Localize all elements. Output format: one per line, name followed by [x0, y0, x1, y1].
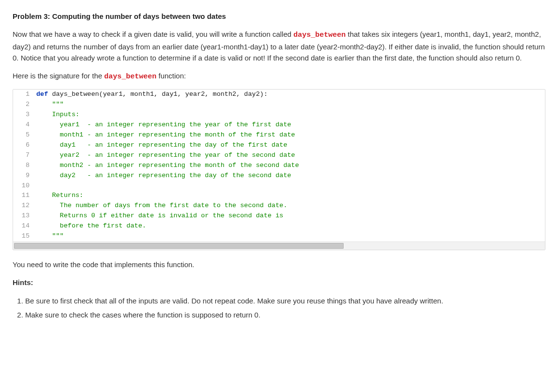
code-content: month2 - an integer representing the mon… [36, 161, 545, 171]
line-number: 15 [13, 231, 36, 241]
code-line: 8 month2 - an integer representing the m… [13, 161, 545, 171]
line-number: 4 [13, 120, 36, 130]
code-block: 1def days_between(year1, month1, day1, y… [13, 89, 545, 250]
sig-intro-b: function: [156, 72, 186, 80]
code-content: Returns 0 if either date is invalid or t… [36, 211, 545, 221]
code-content [36, 181, 545, 191]
code-line: 14 before the first date. [13, 221, 545, 231]
line-number: 3 [13, 110, 36, 120]
code-content: Inputs: [36, 110, 545, 120]
code-line: 2 """ [13, 100, 545, 110]
sig-intro-a: Here is the signature for the [13, 72, 104, 80]
problem-title: Problem 3: Computing the number of days … [13, 11, 545, 22]
line-number: 13 [13, 211, 36, 221]
intro-text-a: Now that we have a way to check if a giv… [13, 30, 293, 38]
code-line: 1def days_between(year1, month1, day1, y… [13, 90, 545, 100]
code-content: year2 - an integer representing the year… [36, 151, 545, 161]
line-number: 2 [13, 100, 36, 110]
code-line: 9 day2 - an integer representing the day… [13, 171, 545, 181]
function-name-inline: days_between [104, 73, 156, 81]
code-content: The number of days from the first date t… [36, 201, 545, 211]
hint-item: Make sure to check the cases where the f… [25, 309, 545, 320]
code-line: 15 """ [13, 231, 545, 241]
line-number: 1 [13, 90, 36, 100]
code-line: 5 month1 - an integer representing the m… [13, 130, 545, 140]
code-line: 10 [13, 181, 545, 191]
line-number: 5 [13, 130, 36, 140]
code-line: 3 Inputs: [13, 110, 545, 120]
scrollbar-thumb[interactable] [14, 243, 344, 249]
code-content: day1 - an integer representing the day o… [36, 140, 545, 151]
line-number: 6 [13, 140, 36, 151]
code-line: 12 The number of days from the first dat… [13, 201, 545, 211]
code-content: year1 - an integer representing the year… [36, 120, 545, 130]
code-line: 6 day1 - an integer representing the day… [13, 140, 545, 151]
hints-label: Hints: [13, 278, 33, 286]
code-line: 11 Returns: [13, 191, 545, 201]
line-number: 12 [13, 201, 36, 211]
code-content: """ [36, 231, 545, 241]
hint-item: Be sure to first check that all of the i… [25, 295, 545, 306]
line-number: 14 [13, 221, 36, 231]
line-number: 10 [13, 181, 36, 191]
code-content: day2 - an integer representing the day o… [36, 171, 545, 181]
code-content: month1 - an integer representing the mon… [36, 130, 545, 140]
horizontal-scrollbar[interactable] [13, 241, 545, 250]
code-content: Returns: [36, 191, 545, 201]
line-number: 9 [13, 171, 36, 181]
code-line: 13 Returns 0 if either date is invalid o… [13, 211, 545, 221]
line-number: 11 [13, 191, 36, 201]
code-content: before the first date. [36, 221, 545, 231]
code-content: def days_between(year1, month1, day1, ye… [36, 90, 545, 100]
function-name-inline: days_between [293, 31, 346, 39]
intro-paragraph: Now that we have a way to check if a giv… [13, 29, 545, 63]
line-number: 7 [13, 151, 36, 161]
line-number: 8 [13, 161, 36, 171]
code-line: 7 year2 - an integer representing the ye… [13, 151, 545, 161]
code-line: 4 year1 - an integer representing the ye… [13, 120, 545, 130]
after-code-text: You need to write the code that implemen… [13, 259, 545, 270]
code-content: """ [36, 100, 545, 110]
hints-list: Be sure to first check that all of the i… [15, 295, 545, 321]
signature-intro: Here is the signature for the days_betwe… [13, 70, 545, 82]
